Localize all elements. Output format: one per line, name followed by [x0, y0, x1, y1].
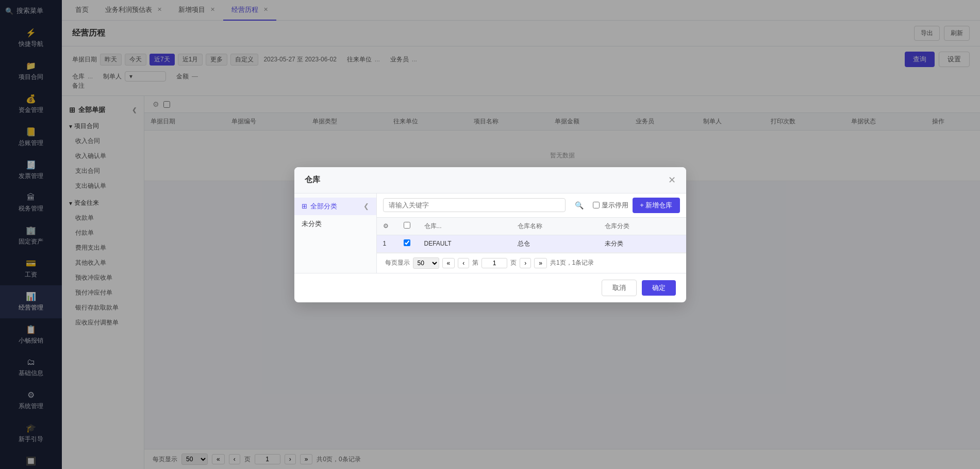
- col-warehouse-category: 仓库分类: [599, 218, 686, 235]
- modal-per-page-label: 每页显示: [385, 258, 410, 267]
- modal-per-page-select[interactable]: 50 10 20 100: [413, 257, 439, 269]
- modal-page-label: 第: [472, 258, 478, 267]
- modal-table: ⚙ 仓库... 仓库名称 仓库分类 1 DEFAULT: [377, 218, 686, 253]
- cancel-button[interactable]: 取消: [602, 280, 637, 296]
- modal-footer-bar: 每页显示 50 10 20 100 « ‹ 第 页 › » 共1页，1条记录: [377, 253, 686, 273]
- modal-title: 仓库: [305, 175, 320, 185]
- row-select-checkbox[interactable]: [404, 239, 410, 246]
- category-unclassified-label: 未分类: [302, 219, 322, 229]
- modal-first-page[interactable]: «: [442, 258, 455, 268]
- modal-right: 🔍 显示停用 + 新增仓库 ⚙ 仓库...: [377, 193, 686, 273]
- show-disabled-label[interactable]: 显示停用: [593, 201, 628, 210]
- table-row[interactable]: 1 DEFAULT 总仓 未分类: [377, 235, 686, 252]
- collapse-category-icon[interactable]: ❮: [363, 202, 369, 210]
- row-name: 总仓: [511, 235, 599, 252]
- modal-search-input[interactable]: [383, 198, 566, 212]
- grid-icon-2: ⊞: [302, 202, 307, 210]
- modal-next-page[interactable]: ›: [520, 258, 531, 268]
- col-warehouse-name: 仓库名称: [511, 218, 599, 235]
- show-disabled-text: 显示停用: [602, 201, 628, 210]
- modal-last-page[interactable]: »: [534, 258, 547, 268]
- row-code: DEFAULT: [418, 235, 511, 252]
- modal-search-button[interactable]: 🔍: [570, 199, 589, 212]
- show-disabled-checkbox[interactable]: [593, 202, 600, 208]
- modal-header: 仓库 ✕: [294, 167, 686, 193]
- modal-table-wrapper: ⚙ 仓库... 仓库名称 仓库分类 1 DEFAULT: [377, 218, 686, 253]
- category-unclassified[interactable]: 未分类: [294, 215, 376, 233]
- row-settings: 1: [377, 235, 397, 252]
- col-settings: ⚙: [377, 218, 397, 235]
- row-checkbox[interactable]: [397, 235, 418, 252]
- modal-page-unit: 页: [510, 258, 517, 267]
- category-all-label: 全部分类: [310, 202, 337, 211]
- modal-action-bar: 取消 确定: [294, 273, 686, 302]
- modal-close-button[interactable]: ✕: [668, 174, 676, 186]
- modal-select-all[interactable]: [404, 222, 410, 229]
- modal-prev-page[interactable]: ‹: [458, 258, 469, 268]
- modal-body: ⊞ 全部分类 ❮ 未分类 🔍 显示停用 + 新增仓库: [294, 193, 686, 273]
- col-warehouse-code: 仓库...: [418, 218, 511, 235]
- modal-toolbar: 🔍 显示停用 + 新增仓库: [377, 193, 686, 218]
- category-all[interactable]: ⊞ 全部分类 ❮: [294, 198, 376, 215]
- add-warehouse-button[interactable]: + 新增仓库: [633, 198, 679, 213]
- confirm-button[interactable]: 确定: [642, 280, 676, 296]
- modal-header-row: ⚙ 仓库... 仓库名称 仓库分类: [377, 218, 686, 235]
- modal-left-categories: ⊞ 全部分类 ❮ 未分类: [294, 193, 377, 273]
- row-category: 未分类: [599, 235, 686, 252]
- warehouse-modal: 仓库 ✕ ⊞ 全部分类 ❮ 未分类 🔍: [294, 167, 686, 302]
- modal-overlay: 仓库 ✕ ⊞ 全部分类 ❮ 未分类 🔍: [0, 0, 980, 469]
- col-checkbox: [397, 218, 418, 235]
- modal-total-records: 共1页，1条记录: [550, 258, 594, 267]
- modal-page-input[interactable]: [481, 258, 507, 268]
